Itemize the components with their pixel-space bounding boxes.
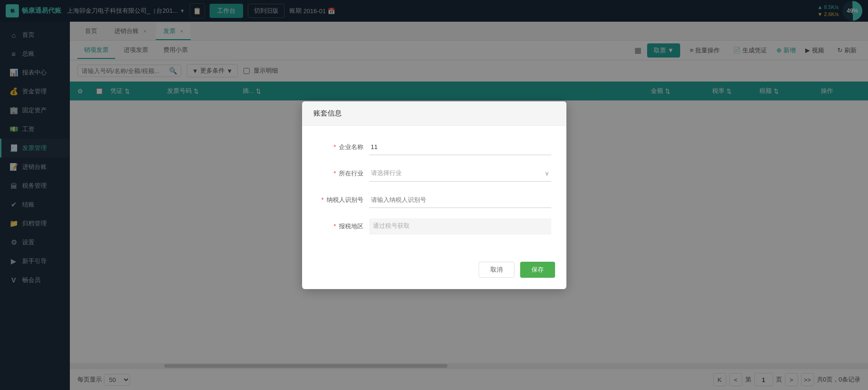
industry-select[interactable]: 请选择行业 ∨	[369, 166, 551, 182]
required-star: *	[334, 143, 336, 150]
modal-body: * 企业名称 * 所在行业 请选择行业 ∨ *	[302, 126, 566, 256]
company-name-input[interactable]	[369, 139, 551, 155]
cancel-button[interactable]: 取消	[479, 262, 514, 278]
required-star-industry: *	[334, 170, 336, 177]
tax-id-input[interactable]	[369, 192, 551, 208]
required-star-tax-region: *	[334, 223, 336, 230]
industry-label: * 所在行业	[317, 169, 369, 178]
account-info-modal: 账套信息 * 企业名称 * 所在行业 请选择行业 ∨	[302, 101, 566, 289]
form-row-company-name: * 企业名称	[317, 139, 551, 155]
company-name-label: * 企业名称	[317, 143, 369, 151]
form-row-industry: * 所在行业 请选择行业 ∨	[317, 166, 551, 182]
industry-dropdown-icon: ∨	[545, 170, 549, 177]
form-row-tax-id: * 纳税人识别号	[317, 192, 551, 208]
save-button[interactable]: 保存	[520, 262, 555, 278]
modal-header: 账套信息	[302, 101, 566, 126]
modal-overlay[interactable]: 账套信息 * 企业名称 * 所在行业 请选择行业 ∨	[0, 0, 868, 390]
tax-region-label: * 报税地区	[317, 222, 369, 231]
modal-footer: 取消 保存	[302, 256, 566, 289]
tax-id-label: * 纳税人识别号	[317, 196, 369, 204]
form-row-tax-region: * 报税地区 通过税号获取	[317, 218, 551, 234]
required-star-tax-id: *	[321, 196, 324, 203]
tax-region-display: 通过税号获取	[369, 218, 551, 234]
